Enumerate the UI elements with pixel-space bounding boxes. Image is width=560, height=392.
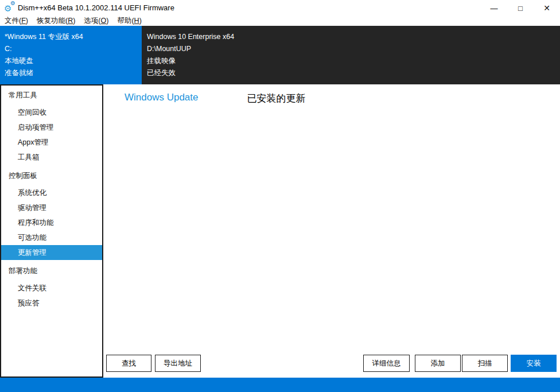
host-status-label: 准备就绪	[5, 67, 142, 79]
minimize-button[interactable]: —	[481, 0, 507, 16]
sidebar-item-space-reclaim[interactable]: 空间回收	[1, 105, 102, 120]
sidebar: 常用工具 空间回收 启动项管理 Appx管理 工具箱 控制面板 系统优化 驱动管…	[0, 84, 103, 378]
window-controls: — □ ✕	[481, 0, 560, 16]
gear-icon: ⚙	[10, 1, 15, 6]
image-os-label: Windows 10 Enterprise x64	[147, 31, 560, 43]
image-path-label: D:\MountUUP	[147, 43, 560, 55]
menu-options[interactable]: 选项(O)	[84, 16, 108, 26]
add-button[interactable]: 添加	[415, 355, 461, 372]
export-url-button[interactable]: 导出地址	[155, 355, 201, 372]
maximize-button[interactable]: □	[507, 0, 534, 16]
mounted-image-panel[interactable]: Windows 10 Enterprise x64 D:\MountUUP 挂载…	[142, 26, 560, 84]
window-title: Dism++x64 Beta 10.1.2002.114 UEFI Firmwa…	[18, 3, 174, 12]
image-selector-header: *Windows 11 专业版 x64 C: 本地硬盘 准备就绪 Windows…	[0, 26, 560, 84]
sidebar-item-toolbox[interactable]: 工具箱	[1, 150, 102, 165]
host-drive-label: C:	[5, 43, 142, 55]
details-button[interactable]: 详细信息	[363, 355, 410, 372]
host-type-label: 本地硬盘	[5, 55, 142, 67]
sidebar-section-deployment: 部署功能	[1, 263, 102, 278]
menu-help[interactable]: 帮助(H)	[117, 16, 141, 26]
tab-installed-updates[interactable]: 已安装的更新	[247, 92, 306, 105]
menu-file[interactable]: 文件(F)	[5, 16, 28, 26]
find-button[interactable]: 查找	[106, 355, 151, 372]
sidebar-item-unattend-answer[interactable]: 预应答	[1, 296, 102, 311]
status-bar	[0, 378, 560, 392]
host-system-panel[interactable]: *Windows 11 专业版 x64 C: 本地硬盘 准备就绪	[0, 26, 142, 84]
app-gears-icon: ⚙ ⚙	[4, 1, 18, 15]
sidebar-item-optional-features[interactable]: 可选功能	[1, 230, 102, 245]
sidebar-section-common-tools: 常用工具	[1, 88, 102, 103]
sidebar-item-system-optimization[interactable]: 系统优化	[1, 185, 102, 200]
update-manager-tabs: Windows Update 已安装的更新	[125, 92, 306, 105]
image-status-label: 已经失效	[147, 67, 560, 79]
app-window: ⚙ ⚙ Dism++x64 Beta 10.1.2002.114 UEFI Fi…	[0, 0, 560, 392]
sidebar-section-control-panel: 控制面板	[1, 168, 102, 183]
sidebar-item-programs-and-features[interactable]: 程序和功能	[1, 215, 102, 230]
menu-bar: 文件(F) 恢复功能(R) 选项(O) 帮助(H)	[0, 16, 560, 26]
install-button[interactable]: 安装	[511, 355, 557, 372]
tab-windows-update[interactable]: Windows Update	[125, 92, 199, 105]
sidebar-item-appx-manager[interactable]: Appx管理	[1, 135, 102, 150]
scan-button[interactable]: 扫描	[462, 355, 508, 372]
host-os-label: *Windows 11 专业版 x64	[5, 31, 142, 43]
close-button[interactable]: ✕	[534, 0, 560, 16]
sidebar-item-file-association[interactable]: 文件关联	[1, 281, 102, 296]
title-bar: ⚙ ⚙ Dism++x64 Beta 10.1.2002.114 UEFI Fi…	[0, 0, 560, 16]
sidebar-item-update-manager[interactable]: 更新管理	[1, 245, 102, 260]
menu-recovery[interactable]: 恢复功能(R)	[37, 16, 75, 26]
sidebar-item-driver-manager[interactable]: 驱动管理	[1, 200, 102, 215]
sidebar-item-startup-manager[interactable]: 启动项管理	[1, 120, 102, 135]
image-type-label: 挂载映像	[147, 55, 560, 67]
